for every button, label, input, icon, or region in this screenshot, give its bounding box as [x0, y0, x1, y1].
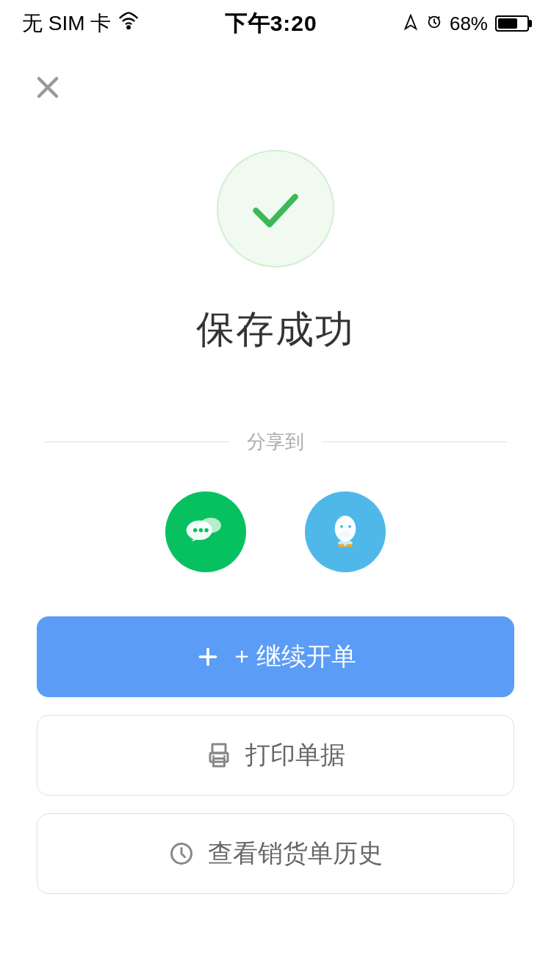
svg-point-13	[340, 525, 343, 528]
time-display: 下午3:20	[225, 9, 317, 39]
wechat-share-button[interactable]	[165, 491, 246, 572]
svg-point-0	[128, 26, 131, 29]
alarm-icon	[426, 12, 442, 35]
print-button[interactable]: 打印单据	[37, 715, 514, 796]
share-divider: 分享到	[0, 429, 551, 455]
svg-point-17	[338, 544, 345, 547]
status-bar: 无 SIM 卡 下午3:20 68%	[0, 0, 551, 47]
success-area: 保存成功	[0, 128, 551, 392]
close-button-wrapper	[0, 47, 551, 128]
continue-button[interactable]: + 继续开单	[37, 616, 514, 697]
svg-point-18	[346, 544, 353, 547]
history-button-label: 查看销货单历史	[208, 837, 383, 871]
history-icon	[168, 840, 195, 867]
status-left: 无 SIM 卡	[22, 10, 139, 37]
history-button[interactable]: 查看销货单历史	[37, 813, 514, 894]
actions-area: + 继续开单 打印单据 查看销货单历史	[0, 594, 551, 894]
wifi-icon	[118, 11, 139, 37]
svg-point-6	[193, 528, 198, 533]
success-title: 保存成功	[196, 304, 355, 356]
battery-percent: 68%	[450, 12, 488, 35]
svg-point-7	[199, 528, 204, 533]
share-icons-row	[0, 455, 551, 594]
svg-rect-21	[212, 744, 226, 753]
close-button[interactable]	[29, 69, 66, 106]
status-right: 68%	[403, 12, 529, 35]
location-icon	[403, 12, 419, 35]
battery-fill	[498, 18, 517, 29]
print-icon	[206, 742, 232, 768]
continue-button-label: + 继续开单	[234, 640, 356, 674]
plus-icon	[195, 644, 221, 670]
battery-icon	[495, 15, 529, 32]
print-button-label: 打印单据	[245, 738, 345, 772]
svg-point-16	[339, 530, 350, 538]
divider-line-left	[44, 442, 229, 442]
svg-point-5	[200, 518, 221, 533]
carrier-text: 无 SIM 卡	[22, 10, 111, 37]
svg-point-8	[204, 528, 209, 533]
svg-point-14	[348, 525, 351, 528]
divider-line-right	[322, 442, 507, 442]
check-circle	[217, 150, 334, 267]
qq-share-button[interactable]	[305, 491, 386, 572]
share-label: 分享到	[229, 429, 322, 455]
